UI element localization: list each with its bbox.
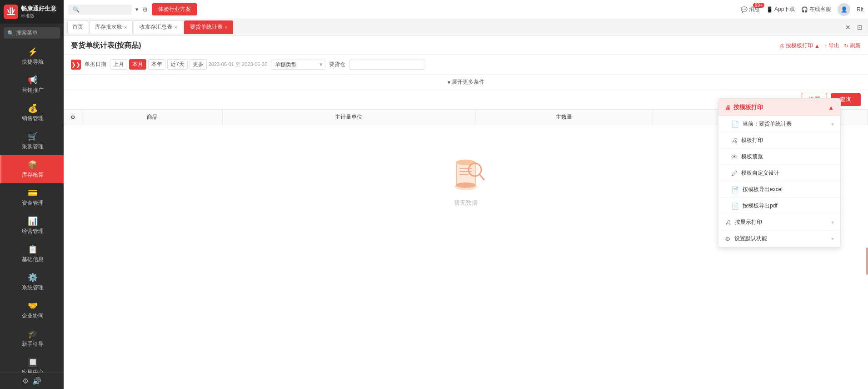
print-template-btn[interactable]: 🖨 按模板打印 ▲ [779,42,820,50]
tabs-bar: 首页 库存批次账 × 收发存汇总表 × 要货单统计表 × ✕ ⊡ [64,19,868,35]
date-btn-prev-month[interactable]: 上月 [110,59,127,70]
print-template-label: 按模板打印 [786,42,813,50]
template-design-icon: 🖊 [731,170,738,177]
sidebar-nav: ⚡ 快捷导航 📢 营销推广 💰 销售管理 🛒 采购管理 📦 库存核算 💳 资金管… [0,42,64,373]
dropdown-current-template[interactable]: 📄 当前：要货单统计表 ▾ [718,116,840,132]
dropdown-export-pdf[interactable]: 📄 按模板导出pdf [718,198,840,214]
tab-batch-ledger[interactable]: 库存批次账 × [89,20,133,34]
col-settings[interactable]: ⚙ [64,110,82,125]
window-close-btn[interactable]: ✕ [843,23,853,32]
tab-order-stats-label: 要货单统计表 [190,23,223,31]
page-content: 要货单统计表(按商品) 🖨 按模板打印 ▲ ↑ 导出 ↻ 刷新 ❯❯ [64,35,868,389]
right-scrollbar[interactable] [866,248,868,275]
sound-footer-icon[interactable]: 🔊 [32,377,41,385]
default-func-arrow: ▾ [831,236,834,242]
sidebar-item-operation[interactable]: 📊 经营管理 [0,212,64,240]
dropdown-default-func[interactable]: ⚙ 设置默认功能 ▾ [718,231,840,247]
expand-more-conditions-btn[interactable]: ▾ 展开更多条件 [443,76,489,88]
export-excel-label: 按模板导出excel [743,186,783,193]
dropdown-template-print[interactable]: 🖨 模板打印 [718,132,840,149]
tab-batch-ledger-label: 库存批次账 [95,23,122,31]
tab-home[interactable]: 首页 [67,20,88,34]
doc-type-select-wrap: 单据类型 [271,60,325,70]
sidebar-item-marketing[interactable]: 📢 营销推广 [0,71,64,99]
sidebar-item-guide[interactable]: 🎓 新手引导 [0,324,64,353]
date-btn-more[interactable]: 更多 [190,59,207,70]
tab-receipt-summary-close[interactable]: × [174,25,177,30]
refresh-btn[interactable]: ↻ 刷新 [844,42,861,50]
sidebar-item-appstore[interactable]: 🔲 应用中心 [0,353,64,373]
date-btn-current-year[interactable]: 本年 [148,59,165,70]
dropdown-close-chevron[interactable]: ▲ [828,104,834,111]
filter-expand-btn[interactable]: ❯❯ [71,60,81,70]
tab-order-stats-close[interactable]: × [224,25,227,30]
col-quantity: 主数量 [475,110,653,125]
online-service-action[interactable]: 🎧 在线客服 [801,5,831,13]
sidebar-item-label: 应用中心 [22,369,44,373]
dropdown-display-print[interactable]: 🖨 按显示打印 ▾ [718,214,840,231]
export-label: 导出 [828,42,839,50]
export-btn[interactable]: ↑ 导出 [824,42,839,50]
user-avatar[interactable]: 👤 [838,3,850,16]
topbar-actions: 💬 消息 99+ 📱 App下载 🎧 在线客服 👤 Rit [741,3,863,16]
tab-batch-ledger-close[interactable]: × [124,25,127,30]
date-filter-label: 单据日期 [85,61,106,68]
sidebar-item-label: 新手引导 [22,340,44,348]
sidebar-item-purchase[interactable]: 🛒 采购管理 [0,127,64,155]
tab-home-label: 首页 [72,23,83,31]
sidebar-item-system[interactable]: ⚙️ 系统管理 [0,268,64,296]
export-pdf-label: 按模板导出pdf [743,202,778,210]
date-btn-current-month[interactable]: 本月 [129,59,146,70]
col-unit: 主计量单位 [222,110,475,125]
search-label: 搜索菜单 [16,29,38,37]
empty-illustration [443,152,489,193]
print-dropdown-panel: 🖨 按模板打印 ▲ 📄 当前：要货单统计表 ▾ 🖨 模板打印 👁 模板预览 🖊 [718,98,841,248]
enterprise-icon: 🤝 [28,301,38,311]
default-func-icon: ⚙ [725,235,731,242]
sidebar-item-sales[interactable]: 💰 销售管理 [0,99,64,127]
topbar-search[interactable]: 🔍 [68,5,132,15]
goods-filter-input[interactable] [349,60,425,70]
app-download-action[interactable]: 📱 App下载 [766,5,795,13]
marketing-icon: 📢 [28,75,38,85]
sidebar-item-label: 基础信息 [22,256,44,263]
export-excel-icon: 📄 [731,186,739,193]
topbar-dropdown-arrow[interactable]: ▾ [135,6,139,13]
sidebar-item-label: 经营管理 [22,227,44,235]
doc-type-select[interactable]: 单据类型 [271,60,325,70]
sidebar-item-label: 资金管理 [22,199,44,207]
display-print-label: 按显示打印 [735,218,762,226]
dropdown-header: 🖨 按模板打印 ▲ [718,99,840,116]
sidebar-item-inventory[interactable]: 📦 库存核算 [0,155,64,183]
trial-btn[interactable]: 体验行业方案 [152,3,197,15]
window-maximize-btn[interactable]: ⊡ [855,23,864,32]
settings-footer-icon[interactable]: ⚙ [22,377,29,385]
sidebar-item-basic[interactable]: 📋 基础信息 [0,240,64,268]
dropdown-template-design[interactable]: 🖊 模板自定义设计 [718,165,840,182]
dropdown-export-excel[interactable]: 📄 按模板导出excel [718,182,840,198]
date-btn-7days[interactable]: 近7天 [167,59,188,70]
svg-point-9 [470,165,479,174]
sidebar-item-finance[interactable]: 💳 资金管理 [0,183,64,212]
dropdown-template-preview[interactable]: 👁 模板预览 [718,149,840,165]
sidebar-item-label: 采购管理 [22,143,44,151]
tab-receipt-summary[interactable]: 收发存汇总表 × [134,20,183,34]
refresh-label: 刷新 [850,42,861,50]
download-icon: 📱 [766,6,773,13]
sidebar-item-shortcut[interactable]: ⚡ 快捷导航 [0,42,64,71]
template-print-label: 模板打印 [741,136,763,144]
sidebar-search[interactable]: 🔍 搜索菜单 [4,27,60,39]
topbar-gear-icon[interactable]: ⚙ [142,6,148,13]
sidebar-item-label: 销售管理 [22,115,44,122]
appstore-icon: 🔲 [28,357,38,367]
current-template-icon: 📄 [731,121,739,128]
messages-action[interactable]: 💬 消息 99+ [741,5,760,13]
logo-icon: 业 [4,5,18,19]
message-badge: 99+ [753,3,764,8]
print-icon: 🖨 [779,43,784,49]
sales-icon: 💰 [28,103,38,113]
export-pdf-icon: 📄 [731,202,739,210]
tab-order-stats[interactable]: 要货单统计表 × [184,20,233,34]
search-icon: 🔍 [7,30,14,36]
sidebar-item-enterprise[interactable]: 🤝 企业协同 [0,296,64,324]
